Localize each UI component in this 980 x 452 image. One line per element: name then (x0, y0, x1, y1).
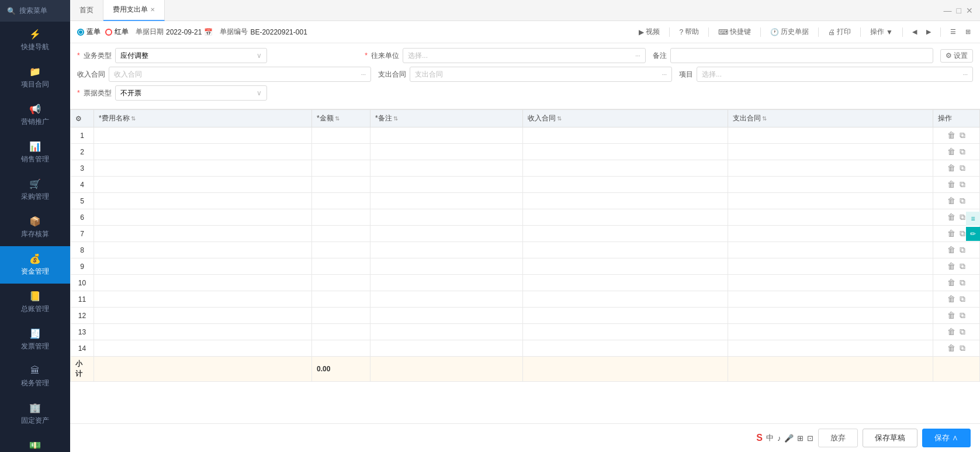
row-delete-btn-2[interactable]: 🗑 (947, 147, 955, 156)
calendar-icon[interactable]: 📅 (204, 28, 213, 36)
row-income-contract-9[interactable] (522, 258, 728, 275)
sidebar-item-invoice[interactable]: 🧾发票管理 (0, 321, 70, 358)
row-amount-2[interactable] (312, 144, 370, 160)
row-expense-contract-7[interactable] (728, 226, 933, 242)
save-button[interactable]: 保存 ∧ (922, 429, 971, 447)
sidebar-item-salary[interactable]: 💵工资 (0, 433, 70, 452)
window-close-btn[interactable]: ✕ (964, 5, 975, 16)
row-copy-btn-6[interactable]: ⧉ (960, 212, 965, 222)
row-note-7[interactable] (370, 226, 523, 242)
row-income-contract-13[interactable] (522, 324, 728, 340)
row-delete-btn-3[interactable]: 🗑 (947, 163, 955, 172)
partner-input[interactable]: 选择... ··· (403, 48, 646, 63)
row-delete-btn-9[interactable]: 🗑 (947, 261, 955, 271)
invoice-type-input[interactable]: 不开票 ∨ (115, 85, 267, 101)
row-income-contract-10[interactable] (522, 275, 728, 291)
row-copy-btn-14[interactable]: ⧉ (960, 343, 965, 353)
row-copy-btn-1[interactable]: ⧉ (960, 130, 965, 140)
sort-amount[interactable]: ⇅ (335, 115, 340, 122)
sidebar-item-purchase[interactable]: 🛒采购管理 (0, 171, 70, 209)
row-expense-contract-8[interactable] (728, 242, 933, 258)
row-income-contract-1[interactable] (522, 127, 728, 144)
sort-note[interactable]: ⇅ (393, 115, 398, 122)
sidebar-item-fixed-assets[interactable]: 🏢固定资产 (0, 395, 70, 433)
row-expense-contract-11[interactable] (728, 291, 933, 308)
gear-icon-table[interactable]: ⚙ (75, 115, 82, 123)
tab-expense-slip-close[interactable]: ✕ (150, 6, 155, 13)
row-expense-name-14[interactable] (94, 340, 312, 357)
sidebar-item-project-contract[interactable]: 📁项目合同 (0, 59, 70, 96)
row-income-contract-3[interactable] (522, 160, 728, 177)
row-copy-btn-13[interactable]: ⧉ (960, 327, 965, 336)
row-copy-btn-2[interactable]: ⧉ (960, 147, 965, 156)
row-income-contract-6[interactable] (522, 209, 728, 226)
row-expense-contract-9[interactable] (728, 258, 933, 275)
sidebar-item-marketing[interactable]: 📢营销推广 (0, 96, 70, 134)
row-expense-contract-10[interactable] (728, 275, 933, 291)
row-expense-name-7[interactable] (94, 226, 312, 242)
row-copy-btn-8[interactable]: ⧉ (960, 245, 965, 254)
row-note-14[interactable] (370, 340, 523, 357)
sidebar-item-tax[interactable]: 🏛税务管理 (0, 358, 70, 395)
date-value[interactable]: 2022-09-21 (166, 28, 202, 36)
row-copy-btn-3[interactable]: ⧉ (960, 163, 965, 172)
row-delete-btn-7[interactable]: 🗑 (947, 229, 955, 238)
row-income-contract-8[interactable] (522, 242, 728, 258)
business-type-input[interactable]: 应付调整 ∨ (115, 48, 267, 63)
toolbar-list-view-btn[interactable]: ☰ (948, 27, 958, 37)
row-amount-8[interactable] (312, 242, 370, 258)
row-amount-10[interactable] (312, 275, 370, 291)
row-expense-contract-4[interactable] (728, 177, 933, 193)
row-note-2[interactable] (370, 144, 523, 160)
row-delete-btn-4[interactable]: 🗑 (947, 180, 955, 189)
row-income-contract-12[interactable] (522, 308, 728, 324)
float-btn-2[interactable]: ✏ (966, 227, 980, 241)
toolbar-nav-next-btn[interactable]: ▶ (924, 27, 933, 37)
save-draft-button[interactable]: 保存草稿 (863, 429, 917, 447)
row-delete-btn-11[interactable]: 🗑 (947, 294, 955, 303)
row-delete-btn-10[interactable]: 🗑 (947, 278, 955, 287)
tab-home[interactable]: 首页 (70, 0, 103, 21)
row-expense-name-6[interactable] (94, 209, 312, 226)
row-copy-btn-4[interactable]: ⧉ (960, 180, 965, 189)
discard-button[interactable]: 放弃 (818, 429, 858, 447)
row-expense-name-9[interactable] (94, 258, 312, 275)
row-note-3[interactable] (370, 160, 523, 177)
row-income-contract-7[interactable] (522, 226, 728, 242)
row-income-contract-14[interactable] (522, 340, 728, 357)
row-delete-btn-8[interactable]: 🗑 (947, 245, 955, 254)
bottom-icon-chinese[interactable]: 中 (766, 433, 774, 443)
toolbar-video-btn[interactable]: ▶ 视频 (636, 26, 662, 38)
income-contract-ellipsis[interactable]: ··· (361, 71, 366, 78)
row-amount-7[interactable] (312, 226, 370, 242)
toolbar-grid-view-btn[interactable]: ⊞ (963, 27, 973, 37)
row-expense-name-11[interactable] (94, 291, 312, 308)
bottom-icon-box[interactable]: ⊡ (807, 434, 813, 443)
row-income-contract-5[interactable] (522, 193, 728, 209)
row-note-5[interactable] (370, 193, 523, 209)
row-amount-12[interactable] (312, 308, 370, 324)
sort-income-contract[interactable]: ⇅ (557, 115, 562, 122)
row-note-12[interactable] (370, 308, 523, 324)
row-expense-name-8[interactable] (94, 242, 312, 258)
row-expense-name-13[interactable] (94, 324, 312, 340)
row-note-13[interactable] (370, 324, 523, 340)
row-amount-14[interactable] (312, 340, 370, 357)
row-income-contract-4[interactable] (522, 177, 728, 193)
row-amount-5[interactable] (312, 193, 370, 209)
float-btn-1[interactable]: ≡ (966, 212, 980, 226)
row-note-6[interactable] (370, 209, 523, 226)
row-note-1[interactable] (370, 127, 523, 144)
toolbar-help-btn[interactable]: ? 帮助 (677, 26, 701, 38)
toolbar-nav-prev-btn[interactable]: ◀ (910, 27, 919, 37)
sidebar-search[interactable]: 🔍 搜索菜单 (0, 0, 70, 22)
row-expense-name-2[interactable] (94, 144, 312, 160)
row-delete-btn-14[interactable]: 🗑 (947, 343, 955, 353)
row-expense-contract-5[interactable] (728, 193, 933, 209)
expense-contract-ellipsis[interactable]: ··· (662, 71, 667, 78)
row-amount-4[interactable] (312, 177, 370, 193)
expense-contract-input[interactable]: 支出合同 ··· (410, 67, 672, 82)
sort-expense-contract[interactable]: ⇅ (762, 115, 767, 122)
radio-red[interactable]: 红单 (105, 27, 129, 37)
row-copy-btn-10[interactable]: ⧉ (960, 278, 965, 287)
